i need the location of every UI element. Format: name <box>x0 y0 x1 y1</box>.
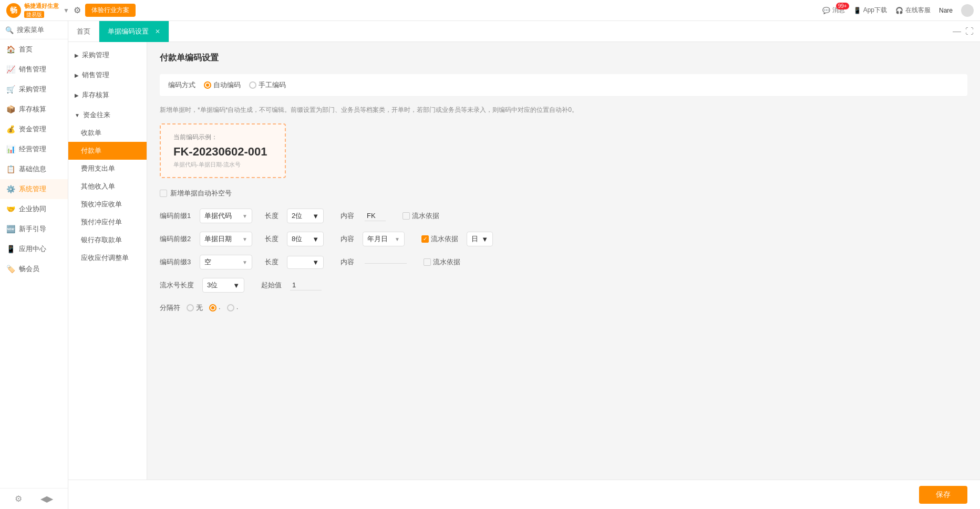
sidebar-settings-icon[interactable]: ⚙ <box>15 494 22 504</box>
encoding-method-label: 编码方式 <box>168 80 195 90</box>
encoding-radio-group: 自动编码 手工编码 <box>204 80 286 90</box>
tab-minimize-icon[interactable]: — <box>953 27 961 36</box>
cooperation-icon: 🤝 <box>6 205 15 213</box>
logo: 畅 畅捷通好生意 捷易版 <box>6 2 59 18</box>
message-button[interactable]: 💬 消息 99+ <box>822 6 845 15</box>
user-avatar[interactable] <box>961 4 974 17</box>
length3-select[interactable]: ▼ <box>287 256 324 269</box>
sidebar-item-guide[interactable]: 🆕 新手引导 <box>0 219 68 239</box>
serial2-inline: 流水依据 <box>421 234 458 244</box>
serial1-inline: 流水依据 <box>403 211 439 221</box>
sidebar-item-member[interactable]: 🏷️ 畅会员 <box>0 259 68 279</box>
prefix3-select[interactable]: 空 ▼ <box>200 255 252 269</box>
sub-menu-header-finance[interactable]: ▼ 资金往来 <box>68 106 147 124</box>
sub-menu-item-bank[interactable]: 银行存取款单 <box>68 231 147 249</box>
serial3-inline: 流水依据 <box>424 257 460 267</box>
tab-home[interactable]: 首页 <box>68 21 99 42</box>
sidebar-item-app[interactable]: 📱 应用中心 <box>0 239 68 259</box>
sub-menu-item-prepay-receivable[interactable]: 预收冲应收单 <box>68 195 147 213</box>
content3-label: 内容 <box>341 257 354 267</box>
prefix1-row: 编码前缀1 单据代码 ▼ 长度 2位 ▼ 内容 FK 流水依据 <box>160 209 967 223</box>
sub-menu-item-payment[interactable]: 付款单 <box>68 142 147 160</box>
sidebar-item-inventory[interactable]: 📦 库存核算 <box>0 99 68 119</box>
length1-label: 长度 <box>265 211 278 221</box>
sidebar-item-sales[interactable]: 📈 销售管理 <box>0 59 68 79</box>
trial-button[interactable]: 体验行业方案 <box>85 4 136 17</box>
sidebar-item-basic[interactable]: 📋 基础信息 <box>0 159 68 179</box>
page-title: 付款单编码设置 <box>160 53 967 64</box>
chevron-down-icon: ▼ <box>242 259 247 265</box>
auto-fill-checkbox[interactable] <box>160 190 167 197</box>
chevron-down-icon: ▼ <box>395 236 400 242</box>
auto-code-radio-circle[interactable] <box>204 81 211 89</box>
sidebar-item-purchase[interactable]: 🛒 采购管理 <box>0 79 68 99</box>
sep-dash-radio[interactable]: · <box>227 304 239 312</box>
username[interactable]: Nare <box>939 7 953 14</box>
start-value-input[interactable] <box>290 280 322 290</box>
sep-none-radio[interactable]: 无 <box>187 303 203 313</box>
app-download-button[interactable]: 📱 App下载 <box>853 6 887 15</box>
day-select[interactable]: 日 ▼ <box>467 232 493 246</box>
member-icon: 🏷️ <box>6 265 15 273</box>
content1-value: FK <box>365 211 386 221</box>
finance-icon: 💰 <box>6 125 15 133</box>
start-label: 起始值 <box>261 281 282 290</box>
top-bar-controls: ▼ ⚙ 体验行业方案 <box>63 4 136 17</box>
sub-menu-header-inventory[interactable]: ▶ 库存核算 <box>68 86 147 104</box>
sidebar-item-system[interactable]: ⚙️ 系统管理 <box>0 179 68 199</box>
sub-menu-item-other-income[interactable]: 其他收入单 <box>68 178 147 195</box>
serial3-checkbox[interactable] <box>424 258 431 266</box>
breadcrumb-dropdown[interactable]: ▼ <box>63 7 69 14</box>
sep-none-radio-circle[interactable] <box>187 304 194 311</box>
home-icon: 🏠 <box>6 45 15 54</box>
sub-menu-group-finance: ▼ 资金往来 收款单 付款单 费用支出单 其他收入单 预收冲应收单 预付冲应付单… <box>68 106 147 267</box>
manual-code-radio-circle[interactable] <box>249 81 256 89</box>
sep-dash-radio-circle[interactable] <box>227 304 234 311</box>
chevron-down-icon: ▼ <box>242 236 247 242</box>
chevron-down-icon: ▼ <box>312 235 319 243</box>
online-service-button[interactable]: 🎧 在线客服 <box>895 6 931 15</box>
sep-dot-radio-circle[interactable] <box>209 304 216 311</box>
save-button[interactable]: 保存 <box>919 486 967 504</box>
logo-text: 畅捷通好生意 捷易版 <box>24 2 59 18</box>
sidebar-item-cooperation[interactable]: 🤝 企业协同 <box>0 199 68 219</box>
serial-len-label: 流水号长度 <box>160 281 194 290</box>
code-preview-label: 当前编码示例： <box>173 133 272 142</box>
sidebar-item-operation[interactable]: 📊 经营管理 <box>0 139 68 159</box>
sidebar-search[interactable]: 🔍 搜索菜单 <box>0 21 68 39</box>
sub-menu-group-inventory: ▶ 库存核算 <box>68 86 147 104</box>
sub-menu-item-prepay-payable[interactable]: 预付冲应付单 <box>68 213 147 231</box>
manual-code-radio[interactable]: 手工编码 <box>249 80 286 90</box>
sub-menu-item-expense[interactable]: 费用支出单 <box>68 160 147 178</box>
prefix2-select[interactable]: 单据日期 ▼ <box>200 232 252 246</box>
search-icon: 🔍 <box>5 26 14 34</box>
sidebar: 🔍 搜索菜单 🏠 首页 📈 销售管理 🛒 采购管理 📦 库存核算 💰 资金管理 … <box>0 21 68 509</box>
sidebar-collapse-icon[interactable]: ◀▶ <box>40 494 53 504</box>
serial2-checkbox[interactable] <box>421 235 429 243</box>
tab-serial[interactable]: 单据编码设置 ✕ <box>99 21 169 42</box>
content2-label: 内容 <box>341 234 354 244</box>
sub-menu-item-receipt[interactable]: 收款单 <box>68 124 147 142</box>
settings-icon[interactable]: ⚙ <box>74 5 81 15</box>
sub-menu-item-adjust[interactable]: 应收应付调整单 <box>68 249 147 267</box>
sub-menu-header-sales[interactable]: ▶ 销售管理 <box>68 66 147 84</box>
tab-maximize-icon[interactable]: ⛶ <box>965 27 974 36</box>
tab-close-icon[interactable]: ✕ <box>155 28 160 35</box>
serial1-checkbox[interactable] <box>403 212 410 220</box>
top-bar-right: 💬 消息 99+ 📱 App下载 🎧 在线客服 Nare <box>822 4 974 17</box>
content2-select[interactable]: 年月日 ▼ <box>363 232 405 246</box>
length1-select[interactable]: 2位 ▼ <box>287 209 324 223</box>
prefix3-row: 编码前缀3 空 ▼ 长度 ▼ 内容 流水依据 <box>160 255 967 269</box>
length3-label: 长度 <box>265 257 278 267</box>
auto-code-radio[interactable]: 自动编码 <box>204 80 241 90</box>
prefix1-select[interactable]: 单据代码 ▼ <box>200 209 252 223</box>
sidebar-item-finance[interactable]: 💰 资金管理 <box>0 119 68 139</box>
info-text: 新增单据时，*单据编码*自动生成，不可编辑。前缀设置为部门、业务员等档案类，开单… <box>160 105 967 115</box>
serial-len-select[interactable]: 3位 ▼ <box>202 278 244 293</box>
length2-select[interactable]: 8位 ▼ <box>287 232 324 246</box>
sub-menu-header-purchase[interactable]: ▶ 采购管理 <box>68 46 147 64</box>
chevron-down-icon: ▼ <box>233 282 240 289</box>
operation-icon: 📊 <box>6 145 15 153</box>
sep-dot-radio[interactable]: · <box>209 304 221 312</box>
sidebar-item-home[interactable]: 🏠 首页 <box>0 39 68 59</box>
